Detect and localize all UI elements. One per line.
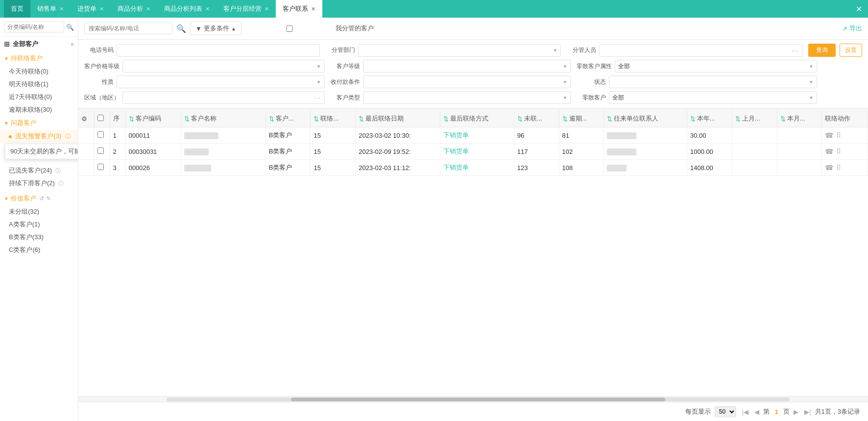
filter-manager: 分管人员 ··· — [567, 44, 802, 57]
sort-icon: ⇅ — [359, 115, 364, 123]
next-page-btn[interactable]: ▶ — [792, 408, 800, 416]
refresh-icon[interactable]: ↺ — [39, 195, 44, 202]
search-submit-icon[interactable]: 🔍 — [176, 24, 186, 33]
payment-select[interactable]: ▼ — [363, 75, 571, 88]
search-input[interactable] — [84, 23, 172, 34]
close-icon[interactable]: ✕ — [99, 6, 104, 12]
arrow-down-icon: ▼ — [4, 56, 9, 61]
sidebar-group-problem[interactable]: ▼ 问题客户 — [0, 116, 78, 130]
customer-type-select[interactable]: ▼ — [363, 91, 571, 104]
customer-level-select[interactable]: ▼ — [363, 60, 571, 73]
edit-icon[interactable]: ✎ — [46, 195, 51, 202]
page-navigation: |◀ ◀ 第 1 页 ▶ ▶| 共1页，3条记录 — [740, 407, 860, 416]
sort-icon: ⇅ — [517, 115, 523, 123]
phone-action-icon[interactable]: ☎ — [825, 164, 833, 172]
row-checkbox[interactable] — [97, 164, 104, 170]
window-close-icon[interactable]: ✕ — [856, 4, 862, 14]
first-page-btn[interactable]: |◀ — [740, 408, 750, 416]
blurred-name — [184, 149, 209, 155]
tooltip-churn: 90天未交易的客户，可能有流失风险。 — [5, 144, 78, 159]
region-select[interactable]: ··· — [122, 91, 325, 104]
my-customers-checkbox[interactable]: 我分管的客户 — [245, 24, 374, 33]
row-checkbox[interactable] — [97, 148, 104, 154]
chevron-down-icon: ▼ — [316, 79, 321, 85]
sidebar-item-class-a[interactable]: A类客户(1) — [0, 218, 78, 231]
chevron-down-icon: ▼ — [562, 95, 567, 100]
select-all-checkbox[interactable] — [97, 115, 104, 121]
action-icons: ☎ ⠿ — [825, 131, 865, 139]
status-select[interactable]: ▼ — [609, 75, 817, 88]
col-this-year: ⇅本年... — [687, 110, 732, 127]
contact-method-link[interactable]: 下销货单 — [443, 164, 469, 171]
phone-action-icon[interactable]: ☎ — [825, 131, 833, 139]
tab-customer-contact[interactable]: 客户联系 ✕ — [276, 0, 322, 18]
query-button[interactable]: 查询 — [808, 44, 836, 57]
tab-product-analysis[interactable]: 商品分析 ✕ — [111, 0, 157, 18]
sidebar-item-ungrouped[interactable]: 未分组(32) — [0, 205, 78, 218]
sidebar-item-class-c[interactable]: C类客户(6) — [0, 244, 78, 256]
last-page-btn[interactable]: ▶| — [802, 408, 813, 416]
pagination: 每页显示 50 |◀ ◀ 第 1 页 ▶ ▶| 共1页，3条记录 — [78, 402, 868, 421]
more-conditions-btn[interactable]: ▼ 更多条件 ▲ — [190, 22, 241, 35]
sidebar-item-7days[interactable]: 近7天待联络(0) — [0, 91, 78, 103]
tab-product-analysis-list[interactable]: 商品分析列表 ✕ — [157, 0, 217, 18]
more-icon[interactable]: ··· — [314, 94, 321, 101]
close-icon[interactable]: ✕ — [205, 6, 210, 12]
sort-icon: ⇅ — [735, 115, 741, 123]
phone-action-icon[interactable]: ☎ — [825, 148, 833, 155]
close-icon[interactable]: ✕ — [265, 6, 269, 12]
sidebar-search-input[interactable] — [4, 22, 64, 32]
setting-button[interactable]: 设置 — [840, 44, 862, 57]
sidebar-group-value[interactable]: ▼ 价值客户 ↺ ✎ — [0, 192, 78, 205]
table-settings-icon[interactable]: ⚙ — [81, 115, 91, 123]
close-icon[interactable]: ✕ — [59, 6, 64, 12]
search-icon[interactable]: 🔍 — [66, 24, 74, 31]
sidebar-item-tomorrow[interactable]: 明天待联络(1) — [0, 78, 78, 91]
nature-select[interactable]: ▼ — [117, 75, 325, 88]
dept-select[interactable]: ▼ — [358, 44, 561, 57]
tab-home[interactable]: 首页 — [4, 0, 30, 18]
tab-purchase[interactable]: 进货单 ✕ — [71, 0, 111, 18]
col-not-contacted: ⇅未联... — [514, 110, 559, 127]
tab-sales[interactable]: 销售单 ✕ — [30, 0, 71, 18]
contact-method-link[interactable]: 下销货单 — [443, 148, 469, 155]
export-btn[interactable]: ↗ 导出 — [842, 24, 862, 33]
close-icon[interactable]: ✕ — [311, 6, 315, 12]
sort-icon: ⇅ — [607, 115, 612, 123]
more-action-icon[interactable]: ⠿ — [836, 131, 841, 139]
manager-select[interactable]: ··· — [599, 44, 802, 57]
more-icon[interactable]: ··· — [792, 47, 799, 54]
retail-customer-select[interactable]: 全部 ▼ — [609, 91, 817, 104]
horizontal-scrollbar[interactable] — [78, 396, 868, 402]
sidebar-item-churned[interactable]: 已流失客户(24) ⓘ — [0, 164, 78, 177]
scroll-thumb[interactable] — [291, 397, 665, 401]
sort-icon: ⇅ — [562, 115, 568, 123]
phone-input[interactable] — [117, 44, 320, 57]
sort-icon: ⇅ — [184, 115, 190, 123]
tab-customer-layer[interactable]: 客户分层经营 ✕ — [217, 0, 276, 18]
blurred-contact — [607, 165, 627, 172]
filter-phone: 电话号码 — [84, 44, 320, 57]
sidebar-item-class-b[interactable]: B类客户(33) — [0, 231, 78, 244]
sidebar-group-pending[interactable]: ▼ 待联络客户 — [0, 51, 78, 65]
collapse-icon[interactable]: « — [71, 41, 74, 48]
more-action-icon[interactable]: ⠿ — [836, 164, 841, 172]
row-checkbox[interactable] — [97, 131, 104, 138]
contact-method-link[interactable]: 下销货单 — [443, 131, 469, 139]
more-action-icon[interactable]: ⠿ — [836, 148, 841, 155]
arrow-down-icon: ▼ — [4, 196, 9, 201]
my-customers-check[interactable] — [245, 25, 334, 32]
sidebar-item-declining[interactable]: 持续下滑客户(2) ⓘ — [0, 177, 78, 190]
filter-icon: ▼ — [195, 25, 202, 32]
per-page-select[interactable]: 50 — [715, 406, 736, 417]
price-level-select[interactable]: ▼ — [122, 60, 325, 73]
sidebar-item-overdue[interactable]: 逾期未联络(30) — [0, 103, 78, 116]
sidebar-all-customers[interactable]: ⊞ 全部客户 « — [0, 37, 78, 51]
close-icon[interactable]: ✕ — [146, 6, 150, 12]
col-type: ⇅客户... — [265, 110, 311, 127]
retail-attr-select[interactable]: 全部 ▼ — [615, 60, 817, 73]
prev-page-btn[interactable]: ◀ — [752, 408, 761, 416]
sidebar-item-churn-warning[interactable]: 流失预警客户(3) ⓘ — [0, 130, 78, 143]
sidebar-item-today[interactable]: 今天待联络(0) — [0, 65, 78, 78]
col-index: 序 — [110, 110, 125, 127]
